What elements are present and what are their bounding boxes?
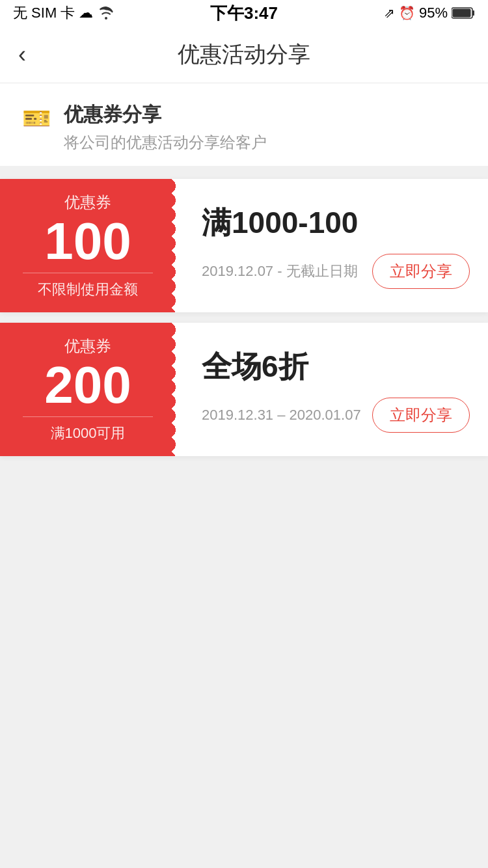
- location-icon: ⇗: [384, 5, 395, 21]
- page-title: 优惠活动分享: [178, 40, 310, 70]
- coupon-left-panel: 优惠券 200 满1000可用: [0, 323, 176, 456]
- section-text: 优惠券分享 将公司的优惠活动分享给客户: [64, 102, 267, 153]
- coupon-type-label: 优惠券: [64, 336, 111, 357]
- status-time: 下午3:47: [210, 2, 278, 25]
- battery-percent: 95%: [419, 5, 448, 21]
- empty-area: [0, 469, 488, 794]
- coupon-divider: [23, 416, 153, 417]
- coupon-amount: 200: [44, 359, 131, 411]
- coupon-right-panel: 全场6折 2019.12.31 – 2020.01.07 立即分享: [176, 323, 488, 456]
- coupon-amount: 100: [44, 215, 131, 267]
- alarm-icon: ⏰: [399, 5, 415, 21]
- coupon-card: 优惠券 200 满1000可用 全场6折 2019.12.31 – 2020.0…: [0, 323, 488, 456]
- coupon-list: 优惠券 100 不限制使用金额 满1000-100 2019.12.07 - 无…: [0, 179, 488, 469]
- coupon-footer: 2019.12.31 – 2020.01.07 立即分享: [202, 398, 470, 433]
- coupon-section-icon: 🎫: [20, 102, 53, 135]
- back-button[interactable]: ‹: [18, 41, 26, 68]
- status-left: 无 SIM 卡 ☁: [13, 3, 114, 23]
- svg-rect-1: [472, 10, 474, 16]
- coupon-date: 2019.12.31 – 2020.01.07: [202, 407, 364, 424]
- nav-bar: ‹ 优惠活动分享: [0, 26, 488, 83]
- coupon-footer: 2019.12.07 - 无截止日期 立即分享: [202, 254, 470, 289]
- section-header: 🎫 优惠券分享 将公司的优惠活动分享给客户: [0, 83, 488, 166]
- coupon-left-panel: 优惠券 100 不限制使用金额: [0, 179, 176, 312]
- status-right: ⇗ ⏰ 95%: [384, 5, 475, 21]
- wifi-icon: [98, 7, 114, 20]
- coupon-date: 2019.12.07 - 无截止日期: [202, 262, 364, 281]
- share-button[interactable]: 立即分享: [372, 398, 470, 433]
- coupon-condition: 不限制使用金额: [38, 280, 138, 299]
- battery-icon: [452, 7, 475, 20]
- coupon-name: 满1000-100: [202, 203, 470, 243]
- section-title: 优惠券分享: [64, 102, 267, 128]
- coupon-type-label: 优惠券: [64, 192, 111, 213]
- coupon-condition: 满1000可用: [51, 424, 126, 443]
- coupon-divider: [23, 273, 153, 273]
- coupon-name: 全场6折: [202, 347, 470, 387]
- coupon-card: 优惠券 100 不限制使用金额 满1000-100 2019.12.07 - 无…: [0, 179, 488, 312]
- status-bar: 无 SIM 卡 ☁ 下午3:47 ⇗ ⏰ 95%: [0, 0, 488, 26]
- sim-label: 无 SIM 卡 ☁: [13, 3, 93, 23]
- coupon-right-panel: 满1000-100 2019.12.07 - 无截止日期 立即分享: [176, 179, 488, 312]
- share-button[interactable]: 立即分享: [372, 254, 470, 289]
- svg-rect-2: [453, 9, 471, 18]
- section-subtitle: 将公司的优惠活动分享给客户: [64, 132, 267, 153]
